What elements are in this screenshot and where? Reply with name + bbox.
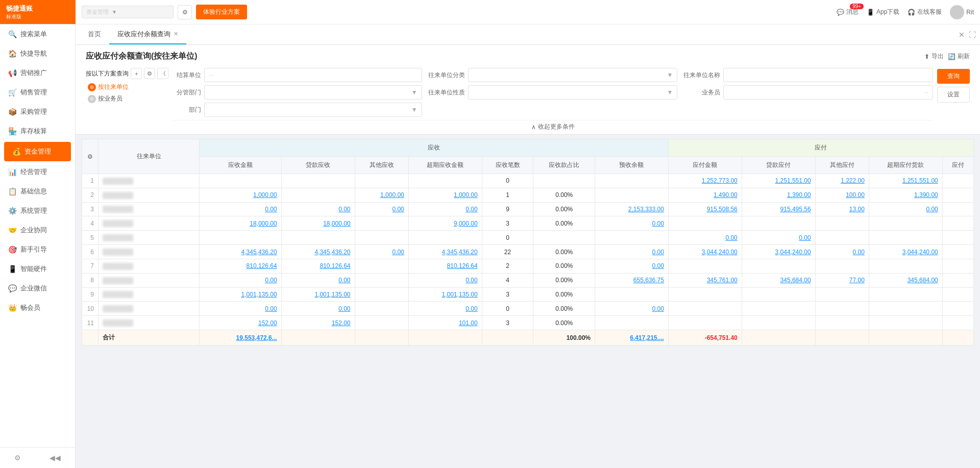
cell-overdue_receivable[interactable]: 1,000.00 — [408, 188, 482, 202]
cell-overdue_payable[interactable]: 1,390.00 — [869, 188, 942, 202]
cell-other_receivable[interactable]: 1,000.00 — [355, 188, 408, 202]
cell-overdue_payable[interactable]: 3,044,240.00 — [869, 245, 942, 259]
sidebar-item-sales[interactable]: 🛒 销售管理 — [0, 83, 75, 102]
collapse-more-btn[interactable]: ∧ 收起更多条件 — [173, 120, 933, 131]
cell-payable_amount[interactable]: 345,761.00 — [668, 273, 742, 287]
total-prepaid[interactable]: 6,417,215.... — [595, 330, 669, 346]
cell-other_payable[interactable]: 100.00 — [815, 188, 869, 202]
cell-payable_amount[interactable]: 915,508.56 — [668, 202, 742, 216]
partner-nature-input[interactable]: ▼ — [468, 85, 678, 100]
collapse-scheme-btn[interactable]: 《 — [157, 68, 168, 79]
sidebar-item-member[interactable]: 👑 畅会员 — [0, 298, 75, 317]
cell-loan_payable[interactable]: 3,044,240.00 — [742, 245, 815, 259]
cell-prepaid_balance[interactable]: 0.00 — [595, 302, 669, 316]
cell-overdue_payable[interactable]: 345,684.00 — [869, 273, 942, 287]
cell-receivable_amount[interactable]: 0.00 — [200, 302, 281, 316]
cell-overdue_receivable[interactable]: 1,001,135.00 — [408, 287, 482, 302]
sidebar-item-operations[interactable]: 📊 经营管理 — [0, 162, 75, 182]
cell-overdue_receivable[interactable]: 810,126.64 — [408, 259, 482, 273]
cell-receivable_amount[interactable]: 810,126.64 — [200, 259, 281, 273]
cell-other_payable[interactable]: 1,222.00 — [815, 174, 869, 188]
breadcrumb-area[interactable]: 资金管理 ▼ — [82, 6, 174, 18]
cell-loan_receivable[interactable]: 0.00 — [281, 202, 355, 216]
messages-item[interactable]: 💬 消息 99+ — [837, 8, 859, 16]
cell-receivable_amount[interactable]: 4,345,436.20 — [200, 245, 281, 259]
cell-overdue_receivable[interactable]: 101.00 — [408, 316, 482, 330]
tab-close-icon[interactable]: ✕ — [174, 31, 178, 37]
cell-overdue_receivable[interactable]: 0.00 — [408, 302, 482, 316]
cell-receivable_amount[interactable]: 0.00 — [200, 273, 281, 287]
sidebar-item-inventory[interactable]: 🏪 库存核算 — [0, 121, 75, 141]
sidebar-item-purchase[interactable]: 📦 采购管理 — [0, 102, 75, 121]
cell-overdue_payable[interactable]: 0.00 — [869, 202, 942, 216]
sidebar-item-quicknav[interactable]: 🏠 快捷导航 — [0, 44, 75, 63]
settlement-input[interactable]: ··· — [204, 68, 422, 82]
user-item[interactable]: Rit — [950, 5, 974, 19]
query-button[interactable]: 查询 — [937, 69, 970, 84]
salesman-input[interactable]: ··· — [723, 85, 933, 100]
cell-prepaid_balance[interactable]: 2,153,333.00 — [595, 202, 669, 216]
cell-overdue_receivable[interactable]: 9,000.00 — [408, 216, 482, 231]
filter-by-salesman[interactable]: ⚙ 按业务员 — [88, 93, 168, 105]
cell-prepaid_balance[interactable]: 655,636.75 — [595, 273, 669, 287]
tab-minimize-btn[interactable]: ✕ — [959, 31, 965, 39]
trial-button[interactable]: 体验行业方案 — [196, 5, 247, 19]
cell-loan_receivable[interactable]: 0.00 — [281, 302, 355, 316]
cell-other_payable[interactable]: 77.00 — [815, 273, 869, 287]
tab-balance-query[interactable]: 应收应付余额查询 ✕ — [109, 24, 186, 44]
sidebar-collapse-btn[interactable]: ◀◀ — [45, 452, 65, 464]
cell-overdue_receivable[interactable]: 0.00 — [408, 273, 482, 287]
sidebar-item-marketing[interactable]: 📢 营销推广 — [0, 63, 75, 83]
cell-loan_payable[interactable]: 1,390.00 — [742, 188, 815, 202]
cell-loan_payable[interactable]: 345,684.00 — [742, 273, 815, 287]
sidebar-item-basic-info[interactable]: 📋 基础信息 — [0, 182, 75, 201]
cell-loan_payable[interactable]: 915,495.56 — [742, 202, 815, 216]
cell-prepaid_balance[interactable]: 0.00 — [595, 216, 669, 231]
app-download-item[interactable]: 📱 App下载 — [867, 8, 899, 16]
cell-prepaid_balance[interactable]: 0.00 — [595, 245, 669, 259]
cell-payable_amount[interactable]: 1,490.00 — [668, 188, 742, 202]
cell-loan_payable[interactable]: 0.00 — [742, 231, 815, 245]
cell-overdue_receivable[interactable]: 4,345,436.20 — [408, 245, 482, 259]
refresh-button[interactable]: 🔄 刷新 — [948, 52, 970, 61]
cell-receivable_amount[interactable]: 1,001,135.00 — [200, 287, 281, 302]
add-scheme-btn[interactable]: ＋ — [131, 68, 142, 79]
sidebar-item-hardware[interactable]: 📱 智能硬件 — [0, 259, 75, 279]
cell-payable_amount[interactable]: 1,252,773.00 — [668, 174, 742, 188]
cell-loan_receivable[interactable]: 0.00 — [281, 273, 355, 287]
cell-other_payable[interactable]: 0.00 — [815, 245, 869, 259]
cell-loan_payable[interactable]: 1,251,551.00 — [742, 174, 815, 188]
cell-overdue_receivable[interactable]: 0.00 — [408, 202, 482, 216]
cell-other_receivable[interactable]: 0.00 — [355, 245, 408, 259]
cell-receivable_amount[interactable]: 1,000.00 — [200, 188, 281, 202]
partner-name-input[interactable] — [723, 68, 933, 82]
sidebar-item-system[interactable]: ⚙️ 系统管理 — [0, 201, 75, 220]
department-input[interactable]: ▼ — [204, 103, 422, 117]
cell-receivable_amount[interactable]: 0.00 — [200, 202, 281, 216]
settings-scheme-btn[interactable]: ⚙ — [144, 68, 155, 79]
tab-maximize-btn[interactable]: ⛶ — [969, 31, 976, 39]
filter-by-partner[interactable]: ⚙ 按往来单位 — [88, 81, 168, 93]
cell-loan_receivable[interactable]: 4,345,436.20 — [281, 245, 355, 259]
sidebar-item-guide[interactable]: 🎯 新手引导 — [0, 240, 75, 259]
cell-other_receivable[interactable]: 0.00 — [355, 202, 408, 216]
sidebar-item-finance[interactable]: 💰 资金管理 — [4, 142, 71, 161]
partner-category-input[interactable]: ▼ — [468, 68, 678, 82]
cell-payable_amount[interactable]: 3,044,240.00 — [668, 245, 742, 259]
sidebar-item-search[interactable]: 🔍 搜索菜单 — [0, 24, 75, 44]
gear-button[interactable]: ⚙ — [178, 5, 192, 19]
th-settings[interactable]: ⚙ — [82, 139, 99, 174]
tab-home[interactable]: 首页 — [80, 24, 109, 44]
sidebar-item-wechat[interactable]: 💬 企业微信 — [0, 279, 75, 298]
cell-loan_receivable[interactable]: 18,000.00 — [281, 216, 355, 231]
settings-button[interactable]: 设置 — [937, 87, 970, 103]
sidebar-item-corp-collab[interactable]: 🤝 企业协同 — [0, 220, 75, 240]
cell-receivable_amount[interactable]: 18,000.00 — [200, 216, 281, 231]
cell-overdue_payable[interactable]: 1,251,551.00 — [869, 174, 942, 188]
cell-loan_receivable[interactable]: 810,126.64 — [281, 259, 355, 273]
export-button[interactable]: ⬆ 导出 — [924, 52, 944, 61]
sidebar-settings-btn[interactable]: ⚙ — [10, 452, 25, 464]
total-receivable-amount[interactable]: 19,553,472,6... — [200, 330, 281, 346]
cell-prepaid_balance[interactable]: 0.00 — [595, 259, 669, 273]
dept-input[interactable]: ▼ — [204, 85, 422, 100]
